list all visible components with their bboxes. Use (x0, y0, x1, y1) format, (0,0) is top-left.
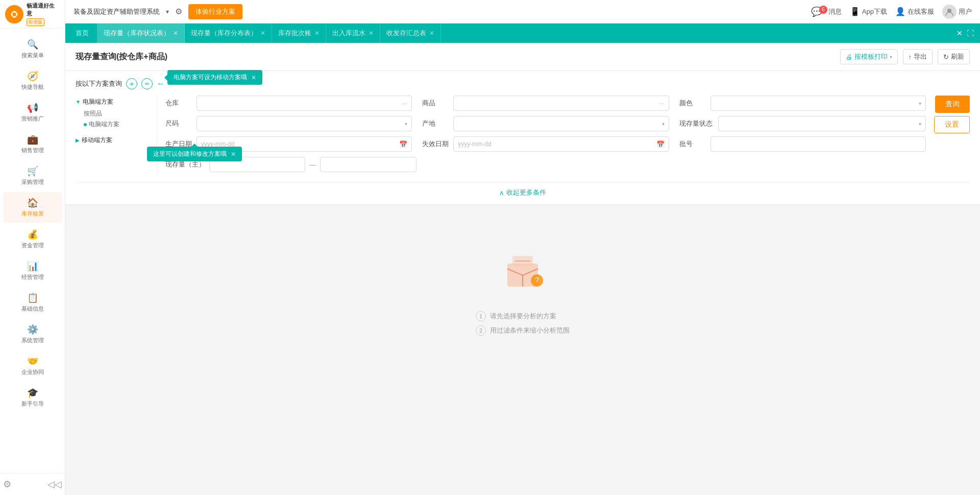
template-dropdown-icon: ▾ (890, 54, 892, 60)
nav-marketing[interactable]: 📢 营销推广 (3, 97, 62, 128)
settings-header-icon[interactable]: ⚙ (175, 7, 182, 16)
user-label: 用户 (959, 7, 972, 16)
edit-scheme-button[interactable]: ✏ (141, 78, 153, 89)
scheme-item-desktop-2[interactable]: 电脑端方案 (76, 119, 152, 130)
logo-area: 畅通通好生意 标准版 (0, 0, 65, 29)
stock-status-label: 现存量状态 (679, 119, 715, 128)
calendar-icon-expire[interactable]: 📅 (656, 140, 665, 148)
tab-stock-status[interactable]: 现存量（库存状况表） ✕ (97, 23, 185, 43)
back-scheme-icon[interactable]: ← (157, 79, 165, 88)
nav-finance[interactable]: 💰 资金管理 (3, 224, 62, 254)
tab-batch[interactable]: 库存批次账 ✕ (272, 23, 326, 43)
tab-close-all-icon[interactable]: ✕ (957, 29, 963, 37)
expire-date-start[interactable]: yyyy-mm-dd 📅 (453, 136, 669, 152)
nav-inventory[interactable]: 🏠 库存核算 (3, 192, 62, 223)
scheme-tooltip-close[interactable]: ✕ (251, 74, 256, 81)
nav-base[interactable]: 📋 基础信息 (3, 287, 62, 318)
operations-icon: 📊 (27, 261, 38, 272)
scheme-group-mobile-header[interactable]: ▶ 移动端方案 (76, 134, 152, 147)
filter-row-3: 生产日期 yyyy-mm-dd 📅 失效日期 yyyy-mm-dd 📅 (165, 136, 926, 152)
tab-close-inout[interactable]: ✕ (369, 30, 374, 37)
goods-input[interactable]: ··· (453, 96, 669, 111)
origin-select[interactable]: ▾ (453, 116, 669, 131)
user-area[interactable]: 用户 (942, 5, 972, 19)
collapse-icon: ∧ (499, 189, 504, 197)
warehouse-cell: 仓库 ··· (165, 96, 412, 111)
empty-hints: 1 请先选择要分析的方案 2 用过滤条件来缩小分析范围 (476, 311, 570, 336)
size-select[interactable]: ▾ (197, 116, 412, 131)
nav-quicknav[interactable]: 🧭 快捷导航 (3, 65, 62, 96)
add-scheme-button[interactable]: + (126, 78, 137, 89)
top-header: 装备及固定资产辅助管理系统 ▾ ⚙ 体验行业方案 💬 6 消息 📱 App下载 … (65, 0, 980, 23)
search-icon: 🔍 (27, 39, 38, 50)
reset-button[interactable]: 设置 (934, 116, 970, 133)
create-tooltip-close[interactable]: ✕ (231, 151, 236, 158)
svg-point-0 (13, 12, 16, 16)
tab-close-receive-send[interactable]: ✕ (429, 30, 434, 37)
stock-status-select[interactable]: ▾ (718, 116, 926, 131)
filter-label: 按以下方案查询 (76, 79, 122, 88)
empty-hint-2: 2 用过滤条件来缩小分析范围 (476, 325, 570, 336)
nav-sales[interactable]: 💼 销售管理 (3, 129, 62, 159)
notification-area[interactable]: 💬 6 消息 (811, 6, 842, 17)
nav-operations[interactable]: 📊 经营管理 (3, 255, 62, 286)
page-content: 现存量查询(按仓库+商品) 🖨 按模板打印 ▾ ↑ 导出 ↻ 刷新 (65, 43, 980, 495)
batch-cell: 批号 (679, 136, 926, 152)
trial-button[interactable]: 体验行业方案 (188, 4, 242, 19)
nav-search[interactable]: 🔍 搜索菜单 (3, 34, 62, 64)
page-title: 现存量查询(按仓库+商品) (76, 52, 167, 62)
expire-date-cell: 失效日期 yyyy-mm-dd 📅 (422, 136, 669, 152)
chevron-down-color: ▾ (919, 101, 921, 106)
nav-guide[interactable]: 🎓 新手引导 (3, 382, 62, 413)
refresh-button[interactable]: ↻ 刷新 (938, 49, 970, 64)
color-cell: 颜色 ▾ (679, 96, 926, 111)
tab-close-stock-dist[interactable]: ✕ (260, 30, 265, 37)
calendar-icon-prod[interactable]: 📅 (399, 140, 407, 148)
scheme-item-desktop-1[interactable]: 按照品 (76, 108, 152, 119)
system-dropdown-icon[interactable]: ▾ (166, 8, 169, 15)
nav-purchase[interactable]: 🛒 采购管理 (3, 160, 62, 191)
tab-actions: ✕ ⛶ (952, 29, 978, 37)
enterprise-icon: 🤝 (27, 356, 38, 367)
tab-stock-dist[interactable]: 现存量（库存分布表） ✕ (185, 23, 272, 43)
scheme-group-desktop-header[interactable]: ▼ 电脑端方案 (76, 96, 152, 108)
tab-receive-send[interactable]: 收发存汇总表 ✕ (380, 23, 441, 43)
settings-footer-icon[interactable]: ⚙ (3, 479, 11, 490)
compass-icon: 🧭 (27, 70, 38, 82)
app-download[interactable]: 📱 App下载 (850, 7, 887, 16)
warehouse-input[interactable]: ··· (197, 96, 412, 111)
batch-input[interactable] (710, 136, 926, 152)
chevron-right-icon: ▶ (76, 137, 80, 143)
service-icon: 👤 (895, 7, 905, 16)
nav-system[interactable]: ⚙️ 系统管理 (3, 319, 62, 349)
header-left: 装备及固定资产辅助管理系统 ▾ ⚙ 体验行业方案 (74, 4, 242, 19)
online-service[interactable]: 👤 在线客服 (895, 7, 934, 16)
tab-close-stock-status[interactable]: ✕ (173, 30, 178, 37)
tab-fullscreen-icon[interactable]: ⛶ (967, 29, 974, 37)
scheme-group-mobile: ▶ 移动端方案 (76, 134, 152, 147)
warehouse-dots[interactable]: ··· (402, 99, 408, 107)
color-select[interactable]: ▾ (710, 96, 926, 111)
search-button[interactable]: 查询 (935, 96, 970, 113)
tab-home[interactable]: 首页 (67, 23, 97, 43)
template-print-button[interactable]: 🖨 按模板打印 ▾ (840, 49, 898, 64)
tab-close-batch[interactable]: ✕ (314, 30, 320, 37)
export-button[interactable]: ↑ 导出 (903, 49, 933, 64)
finance-icon: 💰 (27, 229, 38, 240)
header-right: 💬 6 消息 📱 App下载 👤 在线客服 用户 (811, 5, 972, 19)
main-content: 装备及固定资产辅助管理系统 ▾ ⚙ 体验行业方案 💬 6 消息 📱 App下载 … (65, 0, 980, 495)
goods-cell: 商品 ··· (422, 96, 669, 111)
stock-main-end[interactable] (320, 157, 416, 172)
system-icon: ⚙️ (27, 324, 38, 335)
collapse-sidebar-icon[interactable]: ◁◁ (47, 479, 62, 490)
nav-menu: 🔍 搜索菜单 🧭 快捷导航 📢 营销推广 💼 销售管理 🛒 采购管理 🏠 库存核… (0, 29, 65, 473)
page-header: 现存量查询(按仓库+商品) 🖨 按模板打印 ▾ ↑ 导出 ↻ 刷新 (65, 43, 980, 71)
origin-label: 产地 (422, 119, 450, 128)
nav-enterprise[interactable]: 🤝 企业协同 (3, 350, 62, 381)
goods-dots[interactable]: ··· (658, 99, 665, 107)
refresh-icon: ↻ (943, 53, 949, 61)
scheme-dot (84, 123, 87, 126)
tab-inout[interactable]: 出入库流水 ✕ (326, 23, 380, 43)
stock-status-cell: 现存量状态 ▾ (679, 116, 926, 131)
collapse-button[interactable]: ∧ 收起更多条件 (499, 188, 546, 197)
